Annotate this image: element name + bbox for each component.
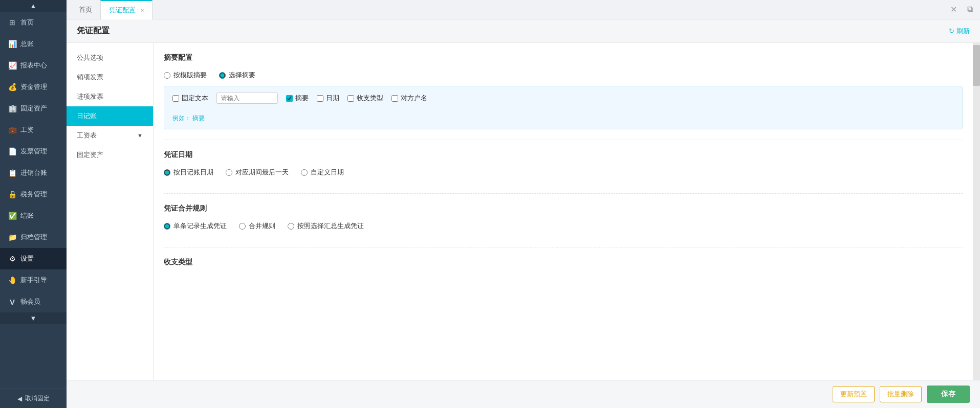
content-area: 凭证配置 ↻ 刷新 公共选项 销项发票 进项发票 日记账 — [67, 19, 980, 408]
checkbox-summary-text[interactable]: 摘要 — [286, 94, 309, 103]
radio-by-selection-input[interactable] — [288, 223, 294, 230]
sidebar-item-invoice-mgmt-label: 发票管理 — [20, 147, 47, 156]
close-window-btn[interactable]: ✕ — [947, 4, 960, 15]
radio-single-record-input[interactable] — [164, 223, 170, 230]
checkbox-counterpart[interactable]: 对方户名 — [391, 94, 427, 103]
sidebar-bottom: ◀ 取消固定 — [0, 389, 67, 408]
sidebar: ▲ ⊞ 首页 📊 总账 📈 报表中心 💰 资金管理 🏢 固定资产 💼 工资 📄 … — [0, 0, 67, 408]
radio-select-summary-label: 选择摘要 — [229, 71, 255, 80]
left-nav-journal[interactable]: 日记账 — [67, 106, 153, 126]
checkbox-summary-text-label: 摘要 — [295, 94, 309, 103]
checkbox-fixed-text-input[interactable] — [172, 95, 179, 102]
sidebar-item-ledger[interactable]: 📊 总账 — [0, 33, 67, 55]
salary-icon: 💼 — [8, 126, 16, 134]
checkbox-summary-text-input[interactable] — [286, 95, 293, 102]
batch-delete-btn[interactable]: 批量删除 — [880, 386, 922, 402]
scrollbar-thumb[interactable] — [973, 45, 980, 86]
radio-select-summary-input[interactable] — [219, 72, 226, 79]
main-area: 首页 凭证配置 × ✕ ⧉ 凭证配置 ↻ 刷新 公共选项 — [67, 0, 980, 408]
summary-section-title: 摘要配置 — [164, 53, 963, 62]
checkbox-date-input[interactable] — [317, 95, 323, 102]
sidebar-item-home[interactable]: ⊞ 首页 — [0, 12, 67, 33]
left-nav-sales-invoice[interactable]: 销项发票 — [67, 67, 153, 87]
tab-active-label: 凭证配置 — [109, 6, 136, 15]
page-scrollbar[interactable] — [973, 43, 980, 380]
sidebar-item-invoice-mgmt[interactable]: 📄 发票管理 — [0, 141, 67, 162]
sidebar-item-fund[interactable]: 💰 资金管理 — [0, 76, 67, 98]
income-type-section: 收支类型 — [164, 258, 963, 285]
radio-select-summary[interactable]: 选择摘要 — [219, 71, 255, 80]
sidebar-item-report[interactable]: 📈 报表中心 — [0, 55, 67, 76]
left-nav-fixed-assets[interactable]: 固定资产 — [67, 145, 153, 165]
tab-close-icon[interactable]: × — [141, 7, 144, 13]
radio-merge-rule[interactable]: 合并规则 — [239, 221, 275, 231]
radio-custom-date-label: 自定义日期 — [311, 168, 344, 177]
fixed-text-input[interactable] — [216, 93, 278, 104]
left-nav-public-label: 公共选项 — [77, 53, 103, 62]
sidebar-item-guide[interactable]: 🤚 新手引导 — [0, 269, 67, 291]
sidebar-item-settle[interactable]: ✅ 结账 — [0, 205, 67, 226]
refresh-btn[interactable]: ↻ 刷新 — [949, 27, 970, 36]
radio-single-record[interactable]: 单条记录生成凭证 — [164, 221, 227, 231]
sidebar-item-asset[interactable]: 🏢 固定资产 — [0, 98, 67, 119]
radio-by-selection[interactable]: 按照选择汇总生成凭证 — [288, 221, 364, 231]
left-nav-public[interactable]: 公共选项 — [67, 48, 153, 67]
radio-by-journal-date[interactable]: 按日记账日期 — [164, 168, 213, 177]
income-type-section-title: 收支类型 — [164, 258, 963, 267]
checkbox-date[interactable]: 日期 — [317, 94, 339, 103]
sidebar-toggle-btn[interactable]: ◀ 取消固定 — [0, 389, 67, 408]
sidebar-item-trade[interactable]: 📋 进销台账 — [0, 162, 67, 184]
sidebar-scroll-down[interactable]: ▼ — [0, 312, 67, 324]
radio-custom-date[interactable]: 自定义日期 — [301, 168, 344, 177]
home-icon: ⊞ — [8, 18, 16, 27]
radio-merge-rule-input[interactable] — [239, 223, 246, 230]
report-icon: 📈 — [8, 61, 16, 70]
checkbox-income-type-input[interactable] — [347, 95, 354, 102]
sidebar-toggle-label: 取消固定 — [25, 394, 50, 403]
checkbox-fixed-text[interactable]: 固定文本 — [172, 94, 208, 103]
merge-rule-section: 凭证合并规则 单条记录生成凭证 合并规则 按照选择汇总生成凭证 — [164, 204, 963, 247]
summary-checkbox-row: 固定文本 摘要 日期 收支类型 — [164, 86, 963, 129]
tab-voucher-config[interactable]: 凭证配置 × — [100, 0, 153, 19]
save-btn[interactable]: 保存 — [927, 386, 970, 403]
sidebar-item-archive[interactable]: 📁 归档管理 — [0, 226, 67, 248]
invoice-mgmt-icon: 📄 — [8, 147, 16, 155]
checkbox-income-type[interactable]: 收支类型 — [347, 94, 383, 103]
tab-home[interactable]: 首页 — [71, 0, 100, 19]
summary-section: 摘要配置 按模版摘要 选择摘要 — [164, 53, 963, 140]
radio-by-selection-label: 按照选择汇总生成凭证 — [297, 221, 364, 231]
radio-template-summary[interactable]: 按模版摘要 — [164, 71, 207, 80]
sidebar-item-settings[interactable]: ⚙ 设置 — [0, 248, 67, 269]
tax-icon: 🔒 — [8, 190, 16, 198]
left-nav-payroll-label: 工资表 — [77, 131, 97, 140]
radio-single-record-label: 单条记录生成凭证 — [173, 221, 227, 231]
radio-by-journal-date-input[interactable] — [164, 169, 170, 176]
radio-last-day[interactable]: 对应期间最后一天 — [226, 168, 289, 177]
tab-bar: 首页 凭证配置 × ✕ ⧉ — [67, 0, 980, 19]
merge-rule-section-title: 凭证合并规则 — [164, 204, 963, 213]
radio-template-summary-input[interactable] — [164, 72, 170, 79]
restore-window-btn[interactable]: ⧉ — [964, 4, 976, 15]
settle-icon: ✅ — [8, 212, 16, 220]
sidebar-item-salary[interactable]: 💼 工资 — [0, 119, 67, 141]
left-nav-purchase-invoice[interactable]: 进项发票 — [67, 87, 153, 106]
left-nav-fixed-assets-label: 固定资产 — [77, 150, 103, 160]
left-nav-payroll[interactable]: 工资表 ▼ — [67, 126, 153, 145]
archive-icon: 📁 — [8, 233, 16, 241]
update-preview-btn[interactable]: 更新预置 — [833, 386, 875, 402]
sidebar-item-vip-label: 畅会员 — [20, 297, 40, 306]
sidebar-item-vip[interactable]: V 畅会员 — [0, 291, 67, 312]
radio-by-journal-date-label: 按日记账日期 — [173, 168, 213, 177]
left-nav: 公共选项 销项发票 进项发票 日记账 工资表 ▼ 固定资产 — [67, 43, 154, 380]
sidebar-scroll-up[interactable]: ▲ — [0, 0, 67, 12]
radio-last-day-label: 对应期间最后一天 — [235, 168, 289, 177]
sidebar-item-tax[interactable]: 🔒 税务管理 — [0, 184, 67, 205]
merge-rule-radio-group: 单条记录生成凭证 合并规则 按照选择汇总生成凭证 — [164, 221, 963, 231]
example-label: 例如： 摘要 — [172, 115, 205, 122]
checkbox-counterpart-input[interactable] — [391, 95, 398, 102]
checkbox-income-type-label: 收支类型 — [357, 94, 383, 103]
radio-last-day-input[interactable] — [226, 169, 232, 176]
tab-bar-actions: ✕ ⧉ — [947, 4, 976, 15]
refresh-label: 刷新 — [956, 27, 970, 36]
radio-custom-date-input[interactable] — [301, 169, 308, 176]
